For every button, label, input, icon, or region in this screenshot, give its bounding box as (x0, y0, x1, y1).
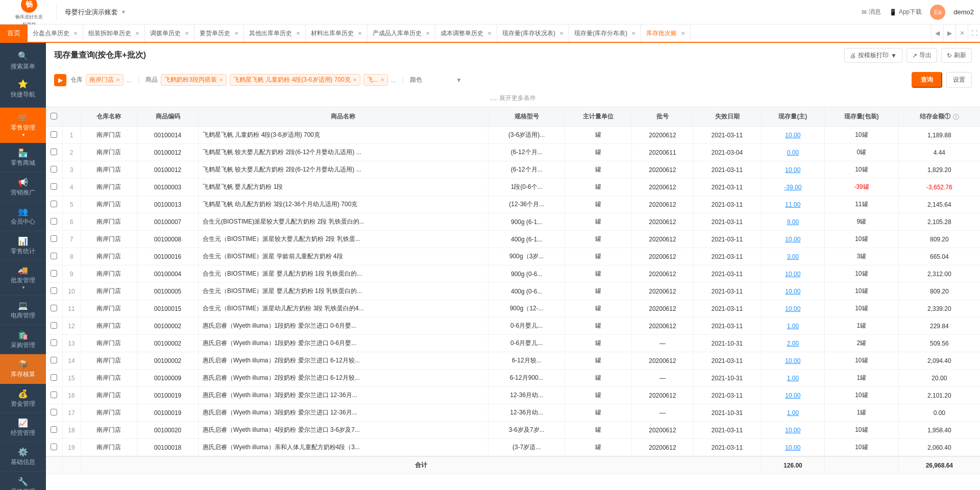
sidebar-item-ecommerce[interactable]: 💻 电商管理 (0, 296, 46, 325)
sidebar-item-marketing[interactable]: 📢 营销推广 (0, 173, 46, 202)
row-checkbox[interactable] (51, 391, 57, 398)
warehouse-tag-close-icon[interactable]: ✕ (116, 77, 120, 83)
row-checkbox[interactable] (51, 166, 57, 173)
row-stock-main[interactable]: 10.00 (761, 352, 824, 370)
tab-close-icon[interactable]: ✕ (559, 31, 564, 36)
tab-产成品入库单历史[interactable]: 产成品入库单历史 ✕ (368, 24, 435, 42)
tab-fullscreen-btn[interactable]: ⛶ (968, 24, 980, 42)
row-checkbox-cell[interactable] (46, 127, 62, 144)
sidebar-item-retail-mall[interactable]: 🏪 零售商城 (0, 143, 46, 172)
print-btn[interactable]: 🖨 按模板打印 ▼ (844, 48, 902, 63)
color-dropdown-icon[interactable]: ▼ (456, 77, 462, 84)
tab-close-icon[interactable]: ✕ (358, 31, 362, 36)
tab-成本调整单历史[interactable]: 成本调整单历史 ✕ (435, 24, 497, 42)
sidebar-item-purchase[interactable]: 🛍️ 采购管理 (0, 325, 46, 354)
row-checkbox[interactable] (51, 270, 57, 277)
row-checkbox[interactable] (51, 357, 57, 363)
row-checkbox-cell[interactable] (46, 231, 62, 248)
warehouse-filter-tag[interactable]: 南岸门店 ✕ (86, 74, 124, 86)
tab-库存批次账[interactable]: 库存批次账 ✕ (641, 24, 691, 42)
row-checkbox[interactable] (51, 183, 57, 190)
warehouse-more-btn[interactable]: ... (127, 77, 132, 84)
row-stock-main[interactable]: 10.00 (761, 422, 824, 439)
row-checkbox-cell[interactable] (46, 335, 62, 352)
row-checkbox-cell[interactable] (46, 161, 62, 179)
tab-材料出库单历史[interactable]: 材料出库单历史 ✕ (306, 24, 368, 42)
tab-close-icon[interactable]: ✕ (185, 31, 189, 36)
export-btn[interactable]: ↗ 导出 (906, 48, 937, 63)
row-checkbox[interactable] (51, 322, 57, 329)
row-stock-main[interactable]: 1.00 (761, 404, 824, 422)
sidebar-item-system[interactable]: 🔧 系统管理 (0, 472, 46, 490)
row-stock-main[interactable]: -39.00 (761, 179, 824, 196)
row-checkbox-cell[interactable] (46, 283, 62, 300)
row-stock-main[interactable]: 2.00 (761, 335, 824, 352)
row-checkbox-cell[interactable] (46, 179, 62, 196)
tab-组装拆卸单历史[interactable]: 组装拆卸单历史 ✕ (83, 24, 145, 42)
row-checkbox[interactable] (51, 339, 57, 346)
row-checkbox[interactable] (51, 287, 57, 294)
row-checkbox-cell[interactable] (46, 317, 62, 335)
row-checkbox[interactable] (51, 235, 57, 242)
row-stock-main[interactable]: 10.00 (761, 231, 824, 248)
sidebar-item-finance[interactable]: 💰 资金管理 (0, 384, 46, 413)
sidebar-item-member-center[interactable]: 👥 会员中心 (0, 202, 46, 231)
row-stock-main[interactable]: 10.00 (761, 161, 824, 179)
product-more-btn[interactable]: ... (391, 77, 396, 84)
row-checkbox-cell[interactable] (46, 352, 62, 370)
tab-现存量库存分布表[interactable]: 现存量(库存分布表) ✕ (569, 24, 641, 42)
row-checkbox-cell[interactable] (46, 370, 62, 387)
row-checkbox[interactable] (51, 149, 57, 155)
row-stock-main[interactable]: 9.00 (761, 213, 824, 231)
row-checkbox[interactable] (51, 253, 57, 259)
tab-调拨单历史[interactable]: 调拨单历史 ✕ (145, 24, 194, 42)
sidebar-item-retail-mgmt[interactable]: 🛒 零售管理 ▼ (0, 108, 46, 143)
row-stock-main[interactable]: 0.00 (761, 144, 824, 161)
row-stock-main[interactable]: 10.00 (761, 439, 824, 457)
avatar[interactable]: Ea (930, 5, 945, 20)
row-checkbox[interactable] (51, 218, 57, 225)
row-stock-main[interactable]: 10.00 (761, 300, 824, 317)
sidebar-item-inventory[interactable]: 📦 库存核算 (0, 354, 46, 383)
row-checkbox-cell[interactable] (46, 404, 62, 422)
sidebar-search-btn[interactable]: 🔍 搜索菜单 (0, 47, 46, 75)
row-stock-main[interactable]: 3.00 (761, 248, 824, 265)
row-checkbox-cell[interactable] (46, 196, 62, 213)
tab-其他出库单历史[interactable]: 其他出库单历史 ✕ (244, 24, 306, 42)
row-stock-main[interactable]: 11.00 (761, 196, 824, 213)
tab-要货单历史[interactable]: 要货单历史 ✕ (194, 24, 244, 42)
select-all-checkbox[interactable] (51, 113, 57, 119)
tab-close-icon[interactable]: ✕ (74, 31, 78, 36)
tab-close-icon[interactable]: ✕ (631, 31, 635, 36)
row-checkbox-cell[interactable] (46, 248, 62, 265)
tab-close-icon[interactable]: ✕ (487, 31, 492, 36)
row-checkbox-cell[interactable] (46, 265, 62, 283)
tab-分盘点单历史[interactable]: 分盘点单历史 ✕ (28, 24, 83, 42)
tab-close-icon[interactable]: ✕ (426, 31, 430, 36)
row-checkbox-cell[interactable] (46, 439, 62, 457)
row-checkbox-cell[interactable] (46, 213, 62, 231)
row-checkbox-cell[interactable] (46, 300, 62, 317)
product-filter-tag-1[interactable]: 飞鹤奶粉3段丙搭装 ✕ (161, 74, 227, 86)
product-filter-tag-2[interactable]: 飞鹤星飞帆 儿童奶粉 4段(3-6岁适用) 700克 ✕ (230, 74, 360, 86)
tab-close-icon[interactable]: ✕ (681, 31, 685, 36)
tab-home[interactable]: 首页 (0, 24, 28, 42)
query-btn[interactable]: 查询 (912, 72, 942, 88)
tab-现存量库存状况表[interactable]: 现存量(库存状况表) ✕ (497, 24, 569, 42)
setting-btn[interactable]: 设置 (946, 72, 972, 88)
row-checkbox[interactable] (51, 426, 57, 433)
row-checkbox[interactable] (51, 131, 57, 138)
row-checkbox-cell[interactable] (46, 387, 62, 404)
product-tag-close-icon[interactable]: ✕ (380, 77, 384, 83)
balance-info-icon[interactable]: i (953, 114, 959, 120)
tab-prev-btn[interactable]: ◀ (931, 24, 943, 42)
sidebar-item-retail-stats[interactable]: 📊 零售统计 (0, 231, 46, 260)
row-stock-main[interactable]: 1.00 (761, 370, 824, 387)
sidebar-item-basic-info[interactable]: ⚙️ 基础信息 (0, 442, 46, 471)
row-stock-main[interactable]: 10.00 (761, 283, 824, 300)
row-checkbox-cell[interactable] (46, 422, 62, 439)
tab-next-btn[interactable]: ▶ (943, 24, 955, 42)
row-checkbox[interactable] (51, 374, 57, 381)
row-stock-main[interactable]: 1.00 (761, 317, 824, 335)
row-checkbox[interactable] (51, 201, 57, 207)
